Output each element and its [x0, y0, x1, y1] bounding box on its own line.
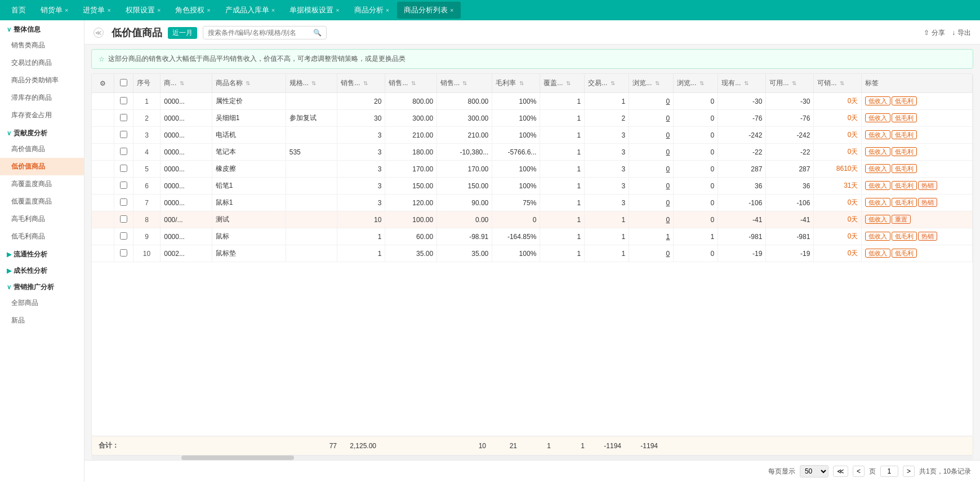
row-checkbox[interactable]	[120, 249, 127, 257]
cell-code: 0000...	[161, 93, 212, 110]
cell-trade: 1	[585, 211, 629, 228]
sidebar-group-整体信息[interactable]: ∨ 整体信息	[0, 20, 84, 37]
nav-item-商品分析列表[interactable]: 商品分析列表×	[397, 2, 460, 19]
col-coverage: 覆盖... ⇅	[540, 74, 585, 93]
col-checkbox[interactable]	[114, 74, 133, 93]
sidebar-item-高价值商品[interactable]: 高价值商品	[0, 140, 84, 158]
nav-close-角色授权[interactable]: ×	[207, 7, 210, 14]
nav-item-进货单[interactable]: 进货单×	[76, 2, 117, 19]
cell-code: 000/...	[161, 211, 212, 228]
nav-item-销货单[interactable]: 销货单×	[34, 2, 75, 19]
cell-coverage: 1	[540, 228, 585, 245]
select-all-checkbox[interactable]	[120, 79, 127, 86]
first-page-btn[interactable]: ≪	[833, 466, 848, 477]
cell-checkbox[interactable]	[114, 93, 133, 110]
sidebar-group-贡献度分析[interactable]: ∨ 贡献度分析	[0, 124, 84, 140]
sidebar-item-销售类商品[interactable]: 销售类商品	[0, 37, 84, 54]
view1-link[interactable]: 0	[666, 131, 670, 139]
row-checkbox[interactable]	[120, 114, 127, 121]
cell-checkbox[interactable]	[114, 228, 133, 245]
page-number-input[interactable]	[880, 466, 898, 477]
sidebar-item-商品分类助销率[interactable]: 商品分类助销率	[0, 72, 84, 89]
view1-link[interactable]: 0	[666, 250, 670, 258]
nav-item-商品分析[interactable]: 商品分析×	[348, 2, 396, 19]
nav-close-权限设置[interactable]: ×	[157, 7, 161, 14]
cell-checkbox[interactable]	[114, 161, 133, 178]
sidebar-item-全部商品[interactable]: 全部商品	[0, 294, 84, 312]
view1-link[interactable]: 0	[666, 165, 670, 173]
nav-item-角色授权[interactable]: 角色授权×	[168, 2, 217, 19]
sidebar-item-低毛利商品[interactable]: 低毛利商品	[0, 228, 84, 245]
cell-tags: 低收入低毛利热销	[862, 194, 973, 211]
nav-close-单据模板设置[interactable]: ×	[336, 7, 339, 14]
time-tag-btn[interactable]: 近一月	[168, 27, 197, 39]
cell-checkbox[interactable]	[114, 245, 133, 262]
view1-link[interactable]: 0	[666, 148, 670, 156]
cell-sale-amount: 800.00	[437, 93, 492, 110]
prev-page-btn[interactable]: <	[853, 466, 865, 477]
row-checkbox[interactable]	[120, 198, 127, 206]
cell-tags: 低收入低毛利	[862, 127, 973, 144]
cell-checkbox[interactable]	[114, 211, 133, 228]
nav-item-产成品入库单[interactable]: 产成品入库单×	[219, 2, 282, 19]
pagination-bar: 每页显示 50 100 ≪ < 页 > 共1页，10条记录	[84, 460, 980, 482]
summary-sale-price: 2,125.00	[340, 442, 380, 450]
row-checkbox[interactable]	[120, 215, 127, 223]
view1-link[interactable]: 0	[666, 114, 670, 122]
col-gear[interactable]: ⚙	[92, 74, 114, 93]
row-checkbox[interactable]	[120, 232, 127, 240]
sidebar-item-新品[interactable]: 新品	[0, 312, 84, 329]
cell-checkbox[interactable]	[114, 127, 133, 144]
row-checkbox[interactable]	[120, 131, 127, 138]
sidebar-group-成长性分析[interactable]: ▶ 成长性分析	[0, 262, 84, 278]
col-sale-price: 销售... ⇅	[385, 74, 437, 93]
view1-link[interactable]: 1	[666, 233, 670, 241]
sidebar-group-营销推广分析[interactable]: ∨ 营销推广分析	[0, 278, 84, 294]
sidebar-item-高毛利商品[interactable]: 高毛利商品	[0, 210, 84, 228]
nav-item-单据模板设置[interactable]: 单据模板设置×	[283, 2, 346, 19]
nav-close-商品分析[interactable]: ×	[386, 7, 389, 14]
search-input[interactable]	[208, 29, 311, 37]
cell-view2: 0	[674, 144, 718, 161]
sidebar-item-高覆盖度商品[interactable]: 高覆盖度商品	[0, 175, 84, 193]
sidebar-item-低价值商品[interactable]: 低价值商品	[0, 158, 84, 175]
cell-sale-amount: 300.00	[437, 110, 492, 127]
row-checkbox[interactable]	[120, 165, 127, 172]
next-page-btn[interactable]: >	[903, 466, 915, 477]
cell-sale-amount: 90.00	[437, 194, 492, 211]
cell-name: 电话机	[212, 127, 286, 144]
sidebar-collapse-btn[interactable]: ≪	[93, 28, 104, 38]
sidebar-item-滞库存的商品[interactable]: 滞库存的商品	[0, 89, 84, 107]
sidebar-item-低覆盖度商品[interactable]: 低覆盖度商品	[0, 193, 84, 210]
sidebar-item-库存资金占用[interactable]: 库存资金占用	[0, 107, 84, 124]
nav-close-进货单[interactable]: ×	[107, 7, 110, 14]
export-btn[interactable]: ↓ 导出	[952, 28, 971, 38]
cell-gear	[92, 144, 114, 161]
row-checkbox[interactable]	[120, 97, 127, 104]
sidebar-item-交易过的商品[interactable]: 交易过的商品	[0, 54, 84, 72]
nav-item-权限设置[interactable]: 权限设置×	[119, 2, 167, 19]
sidebar-group-流通性分析[interactable]: ▶ 流通性分析	[0, 245, 84, 262]
nav-close-销货单[interactable]: ×	[65, 7, 68, 14]
cell-checkbox[interactable]	[114, 110, 133, 127]
view1-link[interactable]: 0	[666, 216, 670, 224]
row-checkbox[interactable]	[120, 148, 127, 155]
cell-available: -22	[766, 144, 814, 161]
tag-label: 低收入	[865, 96, 890, 105]
share-btn[interactable]: ⇧ 分享	[924, 28, 945, 38]
per-page-select[interactable]: 50 100	[800, 465, 828, 477]
nav-item-首页[interactable]: 首页	[5, 2, 33, 19]
scrollbar-thumb[interactable]	[181, 456, 294, 460]
scrollbar-area[interactable]	[91, 456, 973, 460]
view1-link[interactable]: 0	[666, 182, 670, 190]
view1-link[interactable]: 0	[666, 199, 670, 207]
nav-close-产成品入库单[interactable]: ×	[271, 7, 275, 14]
nav-close-商品分析列表[interactable]: ×	[450, 7, 453, 14]
row-checkbox[interactable]	[120, 182, 127, 189]
view1-link[interactable]: 0	[666, 98, 670, 105]
cell-checkbox[interactable]	[114, 178, 133, 194]
cell-checkbox[interactable]	[114, 194, 133, 211]
search-icon[interactable]: 🔍	[313, 29, 322, 37]
cell-checkbox[interactable]	[114, 144, 133, 161]
cell-view2: 0	[674, 211, 718, 228]
